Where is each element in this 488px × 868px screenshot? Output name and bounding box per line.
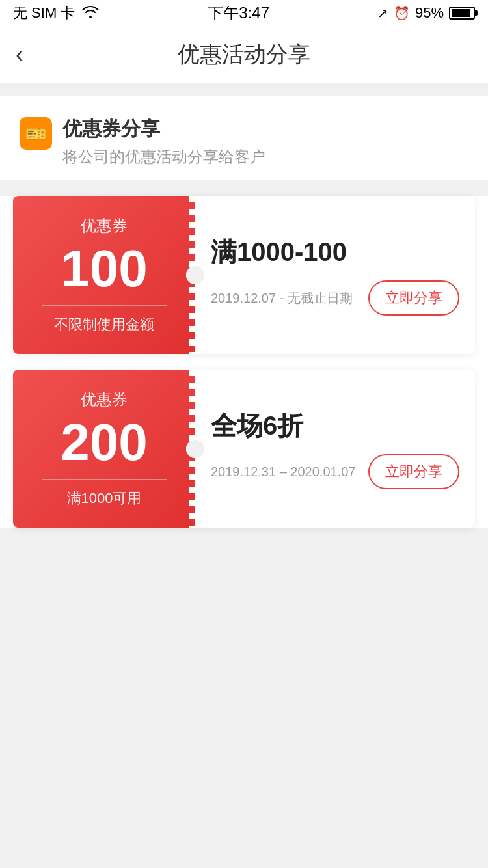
- time-display: 下午3:47: [208, 3, 269, 23]
- coupon-condition-2: 满1000可用: [67, 489, 142, 508]
- share-button-1[interactable]: 立即分享: [368, 280, 459, 316]
- coupon-divider-1: [42, 305, 167, 306]
- alarm-icon: ⏰: [394, 5, 410, 21]
- wifi-icon: [81, 4, 100, 22]
- coupon-card-1: 优惠券 100 不限制使用金额 满1000-100 2019.12.07 - 无…: [13, 196, 475, 354]
- back-button[interactable]: ‹: [16, 41, 23, 68]
- share-button-2[interactable]: 立即分享: [368, 454, 459, 489]
- status-bar: 无 SIM 卡 下午3:47 ↗ ⏰ 95%: [0, 0, 488, 26]
- coupon-left-2: 优惠券 200 满1000可用: [13, 370, 195, 528]
- section-header: 🎫 优惠券分享 将公司的优惠活动分享给客户: [0, 96, 488, 180]
- location-icon: ↗: [377, 5, 388, 21]
- coupon-divider-2: [42, 479, 167, 480]
- section-title: 优惠券分享: [62, 116, 265, 142]
- coupon-date-2: 2019.12.31 – 2020.01.07: [211, 465, 355, 480]
- coupon-condition-1: 不限制使用金额: [54, 315, 154, 334]
- status-right: ↗ ⏰ 95%: [377, 5, 475, 21]
- nav-bar: ‹ 优惠活动分享: [0, 26, 488, 83]
- coupon-date-1: 2019.12.07 - 无截止日期: [211, 290, 353, 307]
- section-subtitle: 将公司的优惠活动分享给客户: [62, 146, 265, 167]
- coupon-section-icon: 🎫: [20, 117, 52, 150]
- status-left: 无 SIM 卡: [13, 3, 100, 23]
- coupon-amount-2: 200: [61, 416, 147, 468]
- battery-icon: [449, 7, 475, 20]
- coupon-card-2: 优惠券 200 满1000可用 全场6折 2019.12.31 – 2020.0…: [13, 370, 475, 528]
- coupon-right-2: 全场6折 2019.12.31 – 2020.01.07 立即分享: [195, 370, 475, 528]
- coupon-label-2: 优惠券: [81, 389, 128, 410]
- page-title: 优惠活动分享: [178, 40, 310, 70]
- coupon-name-2: 全场6折: [211, 408, 459, 444]
- coupon-right-1: 满1000-100 2019.12.07 - 无截止日期 立即分享: [195, 196, 475, 354]
- section-text: 优惠券分享 将公司的优惠活动分享给客户: [62, 116, 265, 167]
- coupon-label-1: 优惠券: [81, 215, 128, 236]
- coupon-bottom-row-2: 2019.12.31 – 2020.01.07 立即分享: [211, 454, 459, 489]
- battery-percent: 95%: [415, 5, 444, 21]
- coupon-bottom-row-1: 2019.12.07 - 无截止日期 立即分享: [211, 280, 459, 316]
- coupon-name-1: 满1000-100: [211, 234, 459, 270]
- coupon-amount-1: 100: [61, 243, 147, 295]
- page-background: [0, 543, 488, 868]
- no-sim-text: 无 SIM 卡: [13, 3, 75, 23]
- coupon-left-1: 优惠券 100 不限制使用金额: [13, 196, 195, 354]
- coupon-list: 优惠券 100 不限制使用金额 满1000-100 2019.12.07 - 无…: [0, 196, 488, 528]
